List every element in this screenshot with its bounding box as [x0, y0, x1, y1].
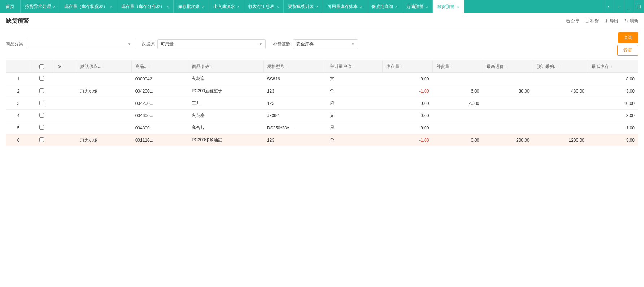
export-btn[interactable]: ⇓ 导出 [604, 18, 618, 24]
sort-replenish-icon[interactable]: ↕ [451, 65, 453, 68]
datasource-select[interactable]: 可用量 ▼ [157, 39, 266, 49]
sort-code-icon[interactable]: ↕ [149, 65, 151, 68]
settings-button[interactable]: 设置 [617, 45, 638, 56]
tab-bar: 首页 拣货异常处理 × 现存量（库存状况表） × 现存量（库存分布表） × 库存… [0, 0, 644, 13]
tab-prev-btn[interactable]: ‹ [604, 0, 614, 13]
th-replenish-qty: 补货量 ↕ [432, 60, 483, 73]
tab-close-overstock[interactable]: × [426, 4, 428, 9]
sort-unit-icon[interactable]: ↕ [353, 65, 355, 68]
tab-close-inventory-status[interactable]: × [110, 4, 112, 9]
row-checkbox[interactable] [39, 125, 44, 130]
datasource-value: 可用量 [161, 41, 174, 47]
cell-unit: 箱 [326, 97, 383, 110]
th-latest-price: 最新进价 ↕ [483, 60, 533, 73]
cell-checkbox[interactable] [31, 122, 52, 134]
refresh-btn[interactable]: ↻ 刷新 [624, 18, 638, 24]
cell-checkbox[interactable] [31, 97, 52, 110]
sort-supplier-icon[interactable]: ↕ [103, 65, 105, 68]
cell-checkbox[interactable] [31, 85, 52, 97]
tab-inventory-dist[interactable]: 现存量（库存分布表） × [117, 0, 174, 13]
cell-supplier: 力天机械 [77, 85, 131, 97]
row-checkbox[interactable] [39, 76, 44, 81]
tab-minimize-btn[interactable]: ⎯ [624, 0, 634, 13]
tab-close-flow[interactable]: × [237, 4, 239, 9]
row-checkbox[interactable] [39, 101, 44, 105]
tab-close-inventory-dist[interactable]: × [167, 4, 169, 9]
cell-index: 5 [6, 122, 31, 134]
tab-order-stat[interactable]: 要货单统计表 × [284, 0, 323, 13]
cell-min-stock: 8.00 [588, 73, 638, 85]
cell-min-stock: 10.00 [588, 97, 638, 110]
cell-checkbox[interactable] [31, 73, 52, 85]
tab-close-abnormal[interactable]: × [53, 4, 55, 9]
tab-shortage[interactable]: 缺货预警 × [433, 0, 464, 13]
cell-code: 004800... [132, 122, 188, 134]
tab-close-expiry[interactable]: × [395, 4, 397, 9]
th-supplier: 默认供应... ↕ [77, 60, 131, 73]
cell-unit: 支 [326, 110, 383, 122]
cell-est-purchase [533, 110, 588, 122]
tab-close-available[interactable]: × [360, 4, 362, 9]
cell-min-stock: 3.00 [588, 134, 638, 146]
cell-name: PC200油缸缸子 [188, 85, 264, 97]
tab-close-batch[interactable]: × [202, 4, 204, 9]
cell-spacer [52, 85, 77, 97]
cell-name: PC200张紧油缸 [188, 134, 264, 146]
tab-inventory-status[interactable]: 现存量（库存状况表） × [60, 0, 117, 13]
tab-close-shortage[interactable]: × [457, 4, 459, 9]
tab-overstock[interactable]: 超储预警 × [402, 0, 433, 13]
cell-checkbox[interactable] [31, 110, 52, 122]
tab-summary[interactable]: 收发存汇总表 × [244, 0, 283, 13]
sort-name-icon[interactable]: ↕ [211, 65, 213, 68]
gear-icon[interactable]: ⚙ [56, 63, 62, 70]
cell-name: 火花塞 [188, 73, 264, 85]
cell-latest-price [483, 122, 533, 134]
cell-min-stock: 1.00 [588, 122, 638, 134]
table-header-row: ⚙ 默认供应... ↕ 商品... ↕ [6, 60, 638, 73]
replenish-select[interactable]: 安全库存 ▼ [293, 39, 358, 49]
cell-est-purchase [533, 97, 588, 110]
replenish-btn[interactable]: □ 补货 [586, 18, 599, 24]
tab-nav-controls: ‹ › ⎯ □ [604, 0, 644, 13]
sort-stock-icon[interactable]: ↕ [401, 65, 402, 68]
tab-abnormal[interactable]: 拣货异常处理 × [21, 0, 60, 13]
tab-maximize-btn[interactable]: □ [634, 0, 644, 13]
row-checkbox[interactable] [39, 113, 44, 118]
sort-minstock-icon[interactable]: ↕ [610, 65, 612, 68]
cell-index: 4 [6, 110, 31, 122]
sort-spec-icon[interactable]: ↕ [286, 65, 288, 68]
category-select[interactable]: ▼ [26, 40, 134, 48]
cell-replenish-qty [432, 73, 483, 85]
th-code: 商品... ↕ [132, 60, 188, 73]
cell-replenish-qty [432, 122, 483, 134]
tab-available[interactable]: 可用量库存账本 × [323, 0, 367, 13]
tab-home[interactable]: 首页 [0, 0, 21, 13]
cell-est-purchase: 1200.00 [533, 134, 588, 146]
row-checkbox[interactable] [39, 137, 44, 142]
select-all-checkbox[interactable] [39, 64, 44, 69]
tab-flow[interactable]: 出入库流水 × [209, 0, 244, 13]
sort-purchase-icon[interactable]: ↕ [559, 65, 561, 68]
cell-stock: 0.00 [382, 110, 432, 122]
sort-price-icon[interactable]: ↕ [505, 65, 507, 68]
cell-index: 2 [6, 85, 31, 97]
table-row: 1 0000042 火花塞 SS816 支 0.00 8.00 [6, 73, 638, 85]
table-row: 4 004600... 火花塞 J7092 支 0.00 8.00 [6, 110, 638, 122]
category-chevron-icon: ▼ [127, 42, 131, 46]
cell-checkbox[interactable] [31, 134, 52, 146]
page-title: 缺货预警 [6, 17, 29, 25]
cell-name: 离合片 [188, 122, 264, 134]
cell-est-purchase [533, 73, 588, 85]
tab-next-btn[interactable]: › [614, 0, 624, 13]
tab-batch[interactable]: 库存批次账 × [174, 0, 209, 13]
refresh-icon: ↻ [624, 18, 628, 24]
tab-close-order-stat[interactable]: × [316, 4, 318, 9]
tab-close-summary[interactable]: × [277, 4, 279, 9]
row-checkbox[interactable] [39, 88, 44, 93]
query-button[interactable]: 查询 [618, 32, 638, 43]
cell-supplier [77, 110, 131, 122]
share-btn[interactable]: ⧉ 分享 [566, 18, 580, 24]
th-index [6, 60, 31, 73]
cell-supplier [77, 97, 131, 110]
tab-expiry[interactable]: 保质期查询 × [367, 0, 402, 13]
